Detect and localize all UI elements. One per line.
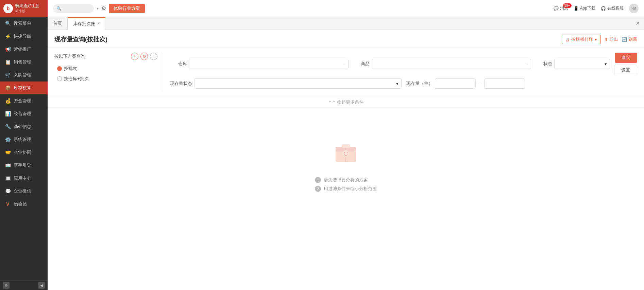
message-icon: 💬 <box>554 6 559 11</box>
guide-icon: 📖 <box>5 162 11 168</box>
tip-item-1: 1 请先选择要分析的方案 <box>315 176 377 184</box>
inventory-amount-label: 现存量（主） <box>406 80 433 87</box>
sidebar-item-system[interactable]: ⚙️ 系统管理 <box>0 133 48 146</box>
product-dots: ··· <box>525 62 528 66</box>
inventory-status-label: 现存量状态 <box>170 80 192 87</box>
sidebar-item-member[interactable]: V 畅会员 <box>0 198 48 211</box>
settings-scheme-button[interactable]: ⚙ <box>140 53 148 60</box>
sidebar-item-quick-nav[interactable]: ⚡ 快捷导航 <box>0 30 48 43</box>
wechat-icon: 💬 <box>5 188 11 194</box>
sidebar-item-label: 快捷导航 <box>14 33 31 39</box>
collapse-up-icon: ⌃⌃ <box>328 100 336 105</box>
sidebar-item-search[interactable]: 🔍 搜索菜单 <box>0 17 48 30</box>
sidebar-item-inventory[interactable]: 📦 库存核算 <box>0 81 48 94</box>
inventory-amount-max-input[interactable] <box>484 78 525 89</box>
topbar-left: 🔍 ▾ ⚙ 体验行业方案 <box>53 4 549 13</box>
page-title: 现存量查询(按批次) <box>54 35 107 43</box>
sidebar-item-cooperation[interactable]: 🤝 企业协同 <box>0 146 48 159</box>
experience-button[interactable]: 体验行业方案 <box>109 4 145 13</box>
sidebar-header: b 畅康通好生意 标准版 <box>0 0 48 17</box>
status-select[interactable]: ▾ <box>554 59 610 69</box>
export-button[interactable]: ⬆ 导出 <box>604 36 618 42</box>
sidebar-item-label: 营销推广 <box>14 46 31 52</box>
empty-icon <box>329 135 363 169</box>
sidebar-item-finance[interactable]: 💰 资金管理 <box>0 94 48 107</box>
filter-actions: 查询 设置 <box>614 53 637 75</box>
scheme-item-warehouse-batch[interactable]: 按仓库+批次 <box>54 74 157 84</box>
sidebar-item-wechat[interactable]: 💬 企业微信 <box>0 185 48 198</box>
sidebar-item-label: 销售管理 <box>14 59 31 65</box>
inventory-icon: 📦 <box>5 85 11 91</box>
status-dropdown-icon: ▾ <box>605 61 607 67</box>
sidebar-item-label: 畅会员 <box>14 201 27 207</box>
tip-item-2: 2 用过滤条件来缩小分析范围 <box>315 184 377 193</box>
scheme-batch-label: 按批次 <box>64 66 77 72</box>
print-button[interactable]: 🖨 按模板打印 ▾ <box>562 35 601 44</box>
sidebar-item-app-center[interactable]: 🔲 应用中心 <box>0 172 48 185</box>
settings-button[interactable]: 设置 <box>614 65 637 75</box>
export-icon: ⬆ <box>604 37 608 42</box>
status-field: 状态 ▾ <box>535 59 610 69</box>
svg-point-6 <box>347 152 348 153</box>
tip-text-2: 用过滤条件来缩小分析范围 <box>324 184 377 193</box>
scheme-item-batch[interactable]: 按批次 <box>54 64 157 74</box>
topbar-search[interactable]: 🔍 <box>53 4 94 13</box>
messages-button[interactable]: 💬 消息 99+ <box>554 5 568 11</box>
sidebar-item-label: 采购管理 <box>14 72 31 78</box>
messages-badge: 99+ <box>563 3 572 8</box>
topbar-dropdown[interactable]: ▾ <box>97 6 99 11</box>
svg-rect-3 <box>342 144 350 148</box>
app-center-icon: 🔲 <box>5 175 11 181</box>
warehouse-input[interactable]: ··· <box>189 59 349 69</box>
sidebar-item-sales[interactable]: 📋 销售管理 <box>0 56 48 69</box>
sidebar-item-purchase[interactable]: 🛒 采购管理 <box>0 69 48 81</box>
print-icon: 🖨 <box>565 37 570 42</box>
sidebar-item-basic-info[interactable]: 🔧 基础信息 <box>0 120 48 133</box>
sidebar-item-operation[interactable]: 📊 经营管理 <box>0 107 48 120</box>
inventory-status-select[interactable]: ▾ <box>194 78 402 89</box>
print-label: 按模板打印 <box>571 36 593 42</box>
search-icon: 🔍 <box>56 6 62 11</box>
topbar-settings-icon[interactable]: ⚙ <box>101 5 106 12</box>
status-label: 状态 <box>535 61 552 67</box>
product-input[interactable]: ··· <box>372 59 531 69</box>
user-avatar[interactable]: Rit <box>629 4 639 13</box>
add-scheme-button[interactable]: + <box>131 53 138 60</box>
scheme-dot-batch <box>57 66 62 71</box>
print-dropdown-icon[interactable]: ▾ <box>595 37 597 42</box>
product-field: 商品 ··· <box>353 59 531 69</box>
tab-inventory-batch[interactable]: 库存批次账 × <box>68 17 105 30</box>
sidebar-item-marketing[interactable]: 📢 营销推广 <box>0 43 48 56</box>
topbar: 🔍 ▾ ⚙ 体验行业方案 💬 消息 99+ 📱 App下载 🎧 在线客服 Rit <box>48 0 644 17</box>
page-header: 现存量查询(按批次) 🖨 按模板打印 ▾ ⬆ 导出 🔄 刷新 <box>48 30 644 48</box>
collapse-scheme-button[interactable]: « <box>150 53 157 60</box>
svg-point-5 <box>344 152 345 153</box>
tab-home[interactable]: 首页 <box>48 17 68 30</box>
user-name: Rit <box>631 6 637 11</box>
sidebar-item-guide[interactable]: 📖 新手引导 <box>0 159 48 172</box>
close-tab-button[interactable]: × <box>97 21 100 26</box>
empty-tips: 1 请先选择要分析的方案 2 用过滤条件来缩小分析范围 <box>315 176 377 193</box>
scheme-label: 按以下方案查询 <box>54 53 85 59</box>
main-area: 🔍 ▾ ⚙ 体验行业方案 💬 消息 99+ 📱 App下载 🎧 在线客服 Rit <box>48 0 644 290</box>
settings-footer-icon[interactable]: ⚙ <box>3 282 10 289</box>
export-label: 导出 <box>609 36 618 42</box>
collapse-label: 收起更多条件 <box>337 99 363 105</box>
page-content: 现存量查询(按批次) 🖨 按模板打印 ▾ ⬆ 导出 🔄 刷新 <box>48 30 644 290</box>
product-label: 商品 <box>353 61 370 67</box>
sidebar-item-label: 基础信息 <box>14 124 31 130</box>
online-service-button[interactable]: 🎧 在线客服 <box>601 5 624 11</box>
sidebar-item-label: 库存核算 <box>14 85 31 91</box>
filter-area: 按以下方案查询 + ⚙ « 按批次 按仓库+批次 <box>48 48 644 97</box>
query-button[interactable]: 查询 <box>615 53 637 63</box>
online-service-label: 在线客服 <box>607 5 624 11</box>
sidebar-item-label: 企业微信 <box>14 188 31 194</box>
collapse-more-conditions[interactable]: ⌃⌃ 收起更多条件 <box>48 97 644 108</box>
collapse-sidebar-button[interactable]: ◀ <box>38 282 45 289</box>
inventory-amount-min-input[interactable] <box>435 78 476 89</box>
refresh-button[interactable]: 🔄 刷新 <box>622 36 637 42</box>
tip-num-1: 1 <box>315 177 321 183</box>
inventory-status-dropdown-icon: ▾ <box>396 81 399 86</box>
app-download-button[interactable]: 📱 App下载 <box>574 5 595 11</box>
close-main-button[interactable]: ✕ <box>631 20 644 26</box>
